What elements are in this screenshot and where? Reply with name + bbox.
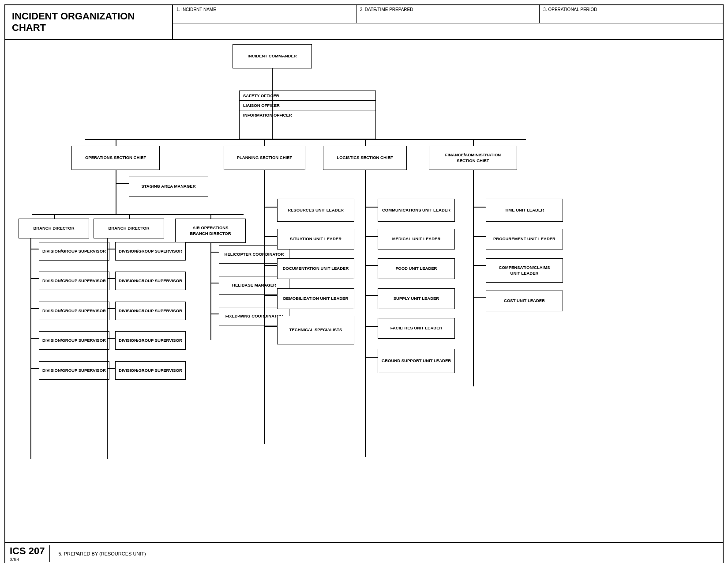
resources-unit-box: RESOURCES UNIT LEADER [277,199,354,222]
facilities-unit-box: FACILITIES UNIT LEADER [378,318,455,339]
compensation-unit-box: COMPENSATION/CLAIMS UNIT LEADER [486,258,563,283]
page: INCIDENT ORGANIZATION CHART 1. INCIDENT … [0,0,728,563]
incident-name-label: 1. INCIDENT NAME [176,7,353,12]
div-grp-1-1-box: DIVISION/GROUP SUPERVISOR [39,242,109,261]
div-grp-2-5-box: DIVISION/GROUP SUPERVISOR [115,361,186,380]
prepared-by-label: 5. PREPARED BY (RESOURCES UNIT) [54,551,146,556]
liaison-officer-label: LIAISON OFFICER [240,101,375,110]
planning-chief-box: PLANNING SECTION CHIEF [224,146,305,170]
time-unit-box: TIME UNIT LEADER [486,199,563,222]
food-unit-box: FOOD UNIT LEADER [378,258,455,279]
header-fields: 1. INCIDENT NAME 2. DATE/TIME PREPARED 3… [173,5,723,39]
chart-area: INCIDENT COMMANDER SAFETY OFFICER LIAISO… [4,40,724,543]
supply-unit-box: SUPPLY UNIT LEADER [378,288,455,309]
ics-number-label: ICS 207 [10,545,45,556]
div-grp-1-4-box: DIVISION/GROUP SUPERVISOR [39,331,109,350]
branch-director-2-box: BRANCH DIRECTOR [94,219,164,238]
header-row: 1. INCIDENT NAME 2. DATE/TIME PREPARED 3… [173,5,723,23]
ics-number: ICS 207 3/98 [10,545,54,562]
div-grp-1-5-box: DIVISION/GROUP SUPERVISOR [39,361,109,380]
safety-officer-label: SAFETY OFFICER [240,91,375,101]
operations-chief-box: OPERATIONS SECTION CHIEF [71,146,160,170]
chart-title: INCIDENT ORGANIZATION CHART [5,5,173,39]
incident-commander-box: INCIDENT COMMANDER [233,44,312,68]
staging-area-box: STAGING AREA MANAGER [129,177,208,196]
communications-unit-box: COMMUNICATIONS UNIT LEADER [378,199,455,222]
tech-specialists-box: TECHNICAL SPECIALISTS [277,316,354,344]
div-grp-2-4-box: DIVISION/GROUP SUPERVISOR [115,331,186,350]
finance-chief-box: FINANCE/ADMINISTRATION SECTION CHIEF [429,146,517,170]
datetime-field[interactable]: 2. DATE/TIME PREPARED [356,5,540,23]
op-period-label: 3. OPERATIONAL PERIOD [543,7,719,12]
situation-unit-box: SITUATION UNIT LEADER [277,229,354,249]
ground-support-box: GROUND SUPPORT UNIT LEADER [378,349,455,373]
div-grp-2-2-box: DIVISION/GROUP SUPERVISOR [115,272,186,290]
div-grp-1-2-box: DIVISION/GROUP SUPERVISOR [39,272,109,290]
branch-director-1-box: BRANCH DIRECTOR [19,219,89,238]
procurement-unit-box: PROCUREMENT UNIT LEADER [486,229,563,249]
incident-name-field[interactable]: 1. INCIDENT NAME [173,5,356,23]
op-period-field[interactable]: 3. OPERATIONAL PERIOD [540,5,723,23]
ics-sub-label: 3/98 [10,557,45,562]
documentation-unit-box: DOCUMENTATION UNIT LEADER [277,258,354,279]
div-grp-1-3-box: DIVISION/GROUP SUPERVISOR [39,302,109,320]
div-grp-2-3-box: DIVISION/GROUP SUPERVISOR [115,302,186,320]
header: INCIDENT ORGANIZATION CHART 1. INCIDENT … [4,4,724,40]
datetime-label: 2. DATE/TIME PREPARED [360,7,536,12]
cost-unit-box: COST UNIT LEADER [486,291,563,311]
medical-unit-box: MEDICAL UNIT LEADER [378,229,455,249]
logistics-chief-box: LOGISTICS SECTION CHIEF [323,146,407,170]
div-grp-2-1-box: DIVISION/GROUP SUPERVISOR [115,242,186,261]
footer: ICS 207 3/98 5. PREPARED BY (RESOURCES U… [4,543,724,563]
air-ops-box: AIR OPERATIONS BRANCH DIRECTOR [175,219,246,243]
information-officer-label: INFORMATION OFFICER [240,110,375,120]
demob-unit-box: DEMOBILIZATION UNIT LEADER [277,288,354,309]
